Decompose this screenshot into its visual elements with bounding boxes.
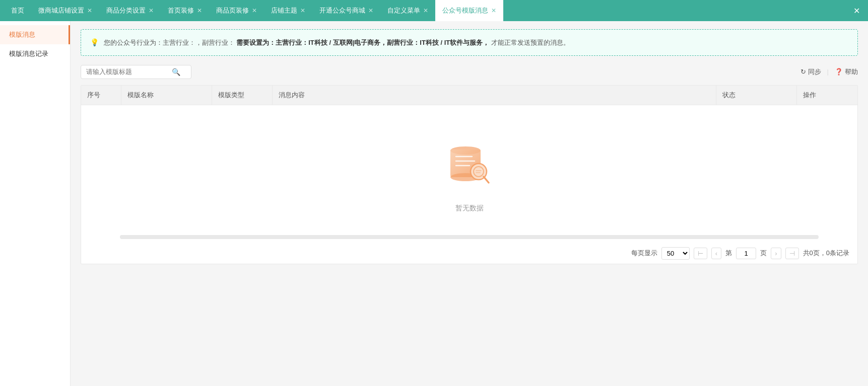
th-action: 操作 [797, 86, 857, 105]
search-input-wrapper[interactable]: 🔍 [81, 65, 191, 79]
main-content: 💡 您的公众号行业为：主营行业：，副营行业： 需要设置为：主营行业：IT科技 /… [71, 21, 868, 386]
tab-micro-shop-label: 微商城店铺设置 [38, 6, 84, 15]
tab-custom-menu[interactable]: 自定义菜单 ✕ [380, 0, 435, 21]
th-status: 状态 [716, 86, 797, 105]
empty-illustration [439, 135, 500, 196]
notice-highlight: 需要设置为：主营行业：IT科技 / 互联网|电子商务，副营行业：IT科技 / I… [236, 39, 489, 46]
tab-home-decor[interactable]: 首页装修 ✕ [161, 0, 209, 21]
th-type: 模版类型 [212, 86, 273, 105]
empty-text: 暂无数据 [455, 204, 484, 213]
tab-product-category-close[interactable]: ✕ [149, 8, 154, 14]
first-page-button[interactable]: ⊢ [694, 248, 707, 259]
pagination: 每页显示 50 10 20 100 ⊢ ‹ 第 页 › ⊣ 共0页，0条记录 [81, 241, 857, 264]
notice-prefix: 您的公众号行业为：主营行业：，副营行业： [104, 39, 235, 46]
tab-shop-theme-close[interactable]: ✕ [300, 8, 305, 14]
tab-home[interactable]: 首页 [4, 0, 31, 21]
tab-product-decor-label: 商品页装修 [216, 6, 249, 15]
next-page-button[interactable]: › [771, 248, 781, 259]
page-total: 共0页，0条记录 [803, 249, 849, 258]
tab-shop-theme-label: 店铺主题 [271, 6, 297, 15]
sync-button[interactable]: ↻ 同步 [800, 67, 821, 76]
tab-shop-theme[interactable]: 店铺主题 ✕ [264, 0, 312, 21]
search-button[interactable]: 🔍 [172, 68, 180, 76]
sidebar: 模版消息 模版消息记录 [0, 21, 71, 386]
tab-product-category[interactable]: 商品分类设置 ✕ [99, 0, 161, 21]
tab-open-mall[interactable]: 开通公众号商城 ✕ [312, 0, 380, 21]
tab-custom-menu-label: 自定义菜单 [387, 6, 420, 15]
search-input[interactable] [86, 68, 172, 75]
tab-home-label: 首页 [11, 6, 24, 15]
page-input[interactable] [736, 248, 756, 259]
help-label: 帮助 [845, 67, 858, 76]
tab-product-decor[interactable]: 商品页装修 ✕ [209, 0, 264, 21]
page-prefix: 第 [725, 249, 732, 258]
sidebar-item-template-message[interactable]: 模版消息 [0, 25, 70, 44]
per-page-label: 每页显示 [631, 249, 657, 258]
empty-state: 暂无数据 [81, 105, 857, 233]
sidebar-item-template-message-log[interactable]: 模版消息记录 [0, 44, 70, 63]
data-table: 序号 模版名称 模版类型 消息内容 状态 操作 [81, 85, 858, 264]
tab-template-msg-close[interactable]: ✕ [491, 8, 496, 14]
th-name: 模版名称 [121, 86, 212, 105]
tab-product-decor-close[interactable]: ✕ [252, 8, 257, 14]
notice-box: 💡 您的公众号行业为：主营行业：，副营行业： 需要设置为：主营行业：IT科技 /… [81, 29, 858, 56]
sidebar-item-template-message-log-label: 模版消息记录 [9, 50, 48, 57]
th-content: 消息内容 [273, 86, 716, 105]
sync-icon: ↻ [800, 68, 806, 75]
toolbar-right: ↻ 同步 | ❓ 帮助 [800, 67, 858, 76]
th-index: 序号 [81, 86, 121, 105]
table-header: 序号 模版名称 模版类型 消息内容 状态 操作 [81, 86, 857, 105]
horizontal-scrollbar[interactable] [120, 235, 819, 239]
notice-icon: 💡 [90, 38, 99, 46]
tab-bar: 首页 微商城店铺设置 ✕ 商品分类设置 ✕ 首页装修 ✕ 商品页装修 ✕ 店铺主… [0, 0, 868, 21]
notice-suffix: 才能正常发送预置的消息。 [491, 39, 570, 46]
help-icon: ❓ [835, 68, 843, 75]
main-layout: 模版消息 模版消息记录 💡 您的公众号行业为：主营行业：，副营行业： 需要设置为… [0, 21, 868, 386]
tab-custom-menu-close[interactable]: ✕ [423, 8, 428, 14]
sync-label: 同步 [808, 67, 821, 76]
toolbar-divider: | [827, 68, 829, 75]
tab-product-category-label: 商品分类设置 [106, 6, 146, 15]
sidebar-item-template-message-label: 模版消息 [9, 31, 35, 38]
tab-open-mall-label: 开通公众号商城 [319, 6, 365, 15]
tab-home-decor-close[interactable]: ✕ [197, 8, 202, 14]
tab-micro-shop[interactable]: 微商城店铺设置 ✕ [31, 0, 99, 21]
page-suffix: 页 [760, 249, 767, 258]
last-page-button[interactable]: ⊣ [785, 248, 799, 259]
search-bar: 🔍 ↻ 同步 | ❓ 帮助 [81, 65, 858, 79]
tab-bar-close-all[interactable]: ✕ [849, 6, 864, 16]
per-page-select[interactable]: 50 10 20 100 [661, 247, 690, 260]
tab-template-msg[interactable]: 公众号模版消息 ✕ [435, 0, 503, 21]
help-button[interactable]: ❓ 帮助 [835, 67, 858, 76]
tab-template-msg-label: 公众号模版消息 [442, 6, 488, 15]
tab-micro-shop-close[interactable]: ✕ [87, 8, 92, 14]
tab-home-decor-label: 首页装修 [168, 6, 194, 15]
svg-line-8 [484, 177, 489, 183]
tab-open-mall-close[interactable]: ✕ [368, 8, 373, 14]
prev-page-button[interactable]: ‹ [711, 248, 721, 259]
